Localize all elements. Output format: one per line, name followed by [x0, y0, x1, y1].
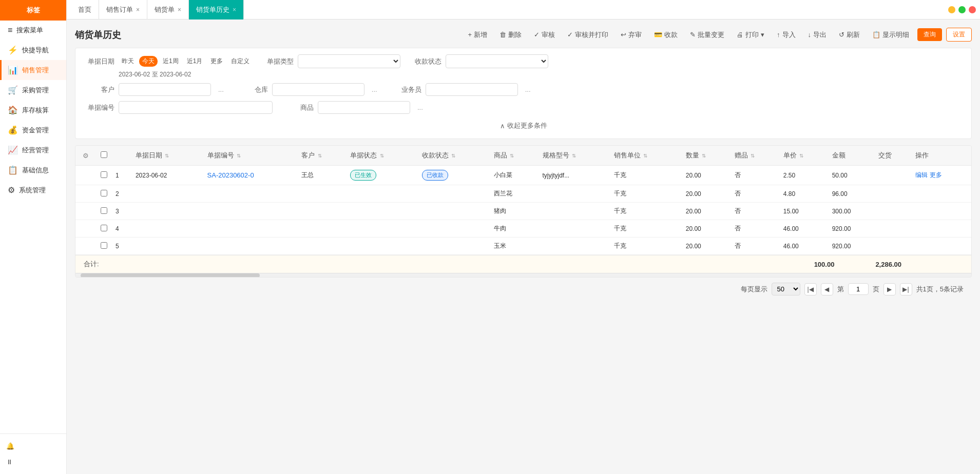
warehouse-input[interactable]: [272, 83, 364, 96]
delete-button[interactable]: 🗑 删除: [495, 28, 526, 42]
next-page-button[interactable]: ▶: [883, 283, 896, 295]
customer-dots[interactable]: ...: [215, 85, 227, 94]
row-check[interactable]: [96, 220, 111, 238]
tab-sales-order-close[interactable]: ×: [136, 6, 140, 13]
main-area: 首页 销售订单 × 销货单 × 销货单历史 × 销货单历史 + 新增: [67, 0, 980, 474]
tab-sales-order[interactable]: 销售订单 ×: [99, 0, 147, 19]
col-price[interactable]: 单价 ⇅: [779, 146, 828, 166]
inventory-icon: 🏠: [8, 105, 18, 115]
edit-action[interactable]: 编辑: [915, 171, 928, 180]
refresh-button[interactable]: ↺ 刷新: [835, 28, 864, 42]
abandon-button[interactable]: ↩ 弃审: [617, 28, 646, 42]
sidebar-item-quick-nav[interactable]: ⚡ 快捷导航: [0, 40, 66, 60]
tab-sales-goods[interactable]: 销货单 ×: [147, 0, 189, 19]
maximize-button[interactable]: [958, 6, 966, 13]
export-button[interactable]: ↓ 导出: [804, 28, 831, 42]
row-checkbox[interactable]: [101, 171, 107, 178]
page-size-label: 每页显示: [741, 285, 767, 294]
goods-input[interactable]: [318, 101, 410, 114]
col-goods[interactable]: 商品 ⇅: [490, 146, 539, 166]
close-button[interactable]: [969, 6, 976, 13]
sidebar-collapse[interactable]: ⏸: [0, 454, 66, 470]
select-all-checkbox[interactable]: [101, 151, 107, 158]
col-doc-date[interactable]: 单据日期 ⇅: [131, 146, 203, 166]
col-doc-no[interactable]: 单据编号 ⇅: [203, 146, 298, 166]
row-checkbox[interactable]: [101, 190, 107, 196]
doc-type-select[interactable]: [298, 54, 400, 68]
show-detail-button[interactable]: 📋 显示明细: [868, 28, 913, 42]
collect-status-select[interactable]: [446, 54, 548, 68]
sidebar-item-sales-mgmt[interactable]: 📊 销售管理: [0, 60, 66, 80]
print-button[interactable]: 🖨 打印 ▾: [733, 28, 768, 42]
batch-change-button[interactable]: ✎ 批量变更: [686, 28, 728, 42]
settings-gear-icon[interactable]: ⚙: [83, 152, 89, 160]
row-check[interactable]: [96, 166, 111, 185]
first-page-button[interactable]: |◀: [804, 283, 817, 295]
sidebar-item-label: 搜索菜单: [16, 26, 43, 35]
col-customer[interactable]: 客户 ⇅: [297, 146, 346, 166]
sidebar-item-finance[interactable]: 💰 资金管理: [0, 120, 66, 140]
audit-print-button[interactable]: ✓ 审核并打印: [563, 28, 612, 42]
tab-home[interactable]: 首页: [71, 0, 99, 19]
shortcut-custom[interactable]: 自定义: [228, 56, 253, 67]
shortcut-week[interactable]: 近1周: [160, 56, 182, 67]
filter-goods: 商品 ...: [283, 101, 426, 114]
sort-customer-icon: ⇅: [318, 153, 322, 159]
footer-total-amount: 2,286.00: [875, 261, 901, 268]
col-spec[interactable]: 规格型号 ⇅: [539, 146, 610, 166]
last-page-button[interactable]: ▶|: [900, 283, 912, 295]
sidebar-item-basic-info[interactable]: 📋 基础信息: [0, 160, 66, 180]
col-doc-status[interactable]: 单据状态 ⇅: [346, 146, 418, 166]
cell-gift: 否: [731, 238, 779, 255]
col-unit[interactable]: 销售单位 ⇅: [610, 146, 682, 166]
prev-page-button[interactable]: ◀: [821, 283, 833, 295]
row-check[interactable]: [96, 203, 111, 220]
collapse-arrow-icon: ∧: [500, 122, 505, 130]
cell-doc-date: 2023-06-02: [131, 166, 203, 185]
page-size-select[interactable]: 50 10 20 100: [772, 283, 800, 295]
row-checkbox[interactable]: [101, 242, 107, 249]
shortcut-yesterday[interactable]: 昨天: [119, 56, 137, 67]
sidebar-item-operations[interactable]: 📈 经营管理: [0, 140, 66, 160]
tab-sales-goods-close[interactable]: ×: [178, 6, 181, 13]
more-action[interactable]: 更多: [930, 171, 942, 180]
audit-button[interactable]: ✓ 审核: [530, 28, 559, 42]
row-check[interactable]: [96, 185, 111, 203]
customer-input[interactable]: [119, 83, 211, 96]
import-button[interactable]: ↑ 导入: [773, 28, 800, 42]
row-checkbox[interactable]: [101, 207, 107, 214]
sidebar-bottom-user[interactable]: 🔔: [0, 438, 66, 454]
tab-sales-history[interactable]: 销货单历史 ×: [189, 0, 244, 19]
query-button[interactable]: 查询: [917, 28, 942, 41]
page-input[interactable]: [848, 283, 869, 295]
staff-dots[interactable]: ...: [522, 85, 534, 94]
col-row-no: [111, 146, 131, 166]
staff-input[interactable]: [426, 83, 518, 96]
row-gear: [75, 203, 96, 220]
shortcut-more[interactable]: 更多: [207, 56, 226, 67]
add-button[interactable]: + 新增: [464, 28, 491, 42]
purchase-icon: 🛒: [8, 85, 18, 95]
cell-unit: 千克: [610, 166, 682, 185]
warehouse-dots[interactable]: ...: [369, 85, 380, 94]
col-gift[interactable]: 赠品 ⇅: [731, 146, 779, 166]
goods-dots[interactable]: ...: [414, 103, 426, 112]
sidebar-item-inventory[interactable]: 🏠 库存核算: [0, 100, 66, 120]
sidebar-item-system[interactable]: ⚙ 系统管理: [0, 180, 66, 200]
filter-collapse[interactable]: ∧ 收起更多条件: [84, 119, 963, 132]
col-qty[interactable]: 数量 ⇅: [682, 146, 731, 166]
doc-no-link[interactable]: SA-20230602-0: [207, 171, 254, 179]
row-check[interactable]: [96, 238, 111, 255]
col-collect-status[interactable]: 收款状态 ⇅: [418, 146, 490, 166]
shortcut-today[interactable]: 今天: [139, 56, 158, 67]
minimize-button[interactable]: [948, 6, 955, 13]
doc-no-input[interactable]: [119, 101, 273, 114]
tab-sales-history-close[interactable]: ×: [233, 6, 236, 13]
collect-button[interactable]: 💳 收款: [650, 28, 682, 42]
sidebar-item-purchase-mgmt[interactable]: 🛒 采购管理: [0, 80, 66, 100]
sidebar-item-search-menu[interactable]: ≡ 搜索菜单: [0, 21, 66, 40]
col-settings[interactable]: ⚙: [75, 146, 96, 166]
shortcut-month[interactable]: 近1月: [184, 56, 206, 67]
row-checkbox[interactable]: [101, 225, 107, 231]
settings-button[interactable]: 设置: [946, 28, 972, 42]
